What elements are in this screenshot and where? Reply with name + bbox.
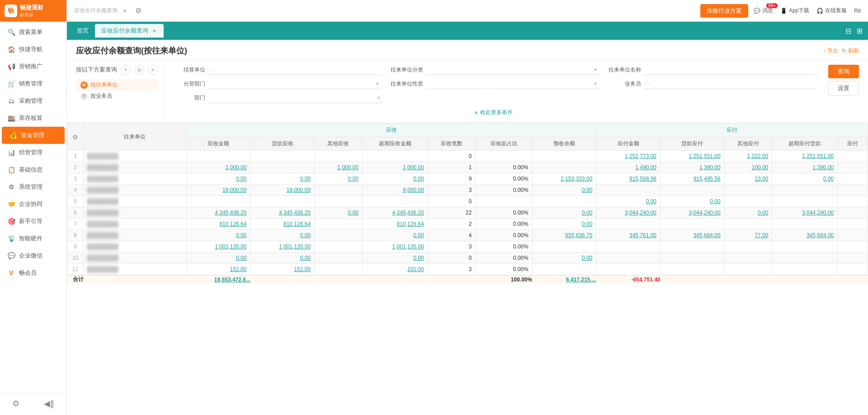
ap_amount-cell[interactable]: 1,252,773.00	[596, 151, 660, 162]
tab-expand-btn[interactable]: ⊞	[855, 25, 864, 37]
ar_prepay-cell[interactable]: 655,636.75	[532, 230, 596, 241]
unit-category-select[interactable]: ▾	[426, 65, 599, 75]
ar_prepay-cell[interactable]: 0.00	[532, 253, 596, 264]
ap_other-cell[interactable]: 0.00	[724, 207, 772, 219]
ap_overdue-cell[interactable]: 0.00	[772, 173, 838, 185]
tab-close-btn[interactable]: ✕	[151, 28, 157, 34]
ap_amount-cell[interactable]: 345,761.00	[596, 230, 660, 241]
ar_prepay-cell[interactable]: 0.00	[532, 219, 596, 230]
sidebar-item-purchase[interactable]: 🗂 采购管理	[0, 92, 66, 110]
ar_overdue-cell[interactable]: 101.00	[362, 264, 428, 276]
ar_loan-cell[interactable]: 1,001,135.00	[250, 241, 315, 253]
ap_loan-cell[interactable]: 915,495.56	[660, 173, 725, 185]
sidebar-item-finance[interactable]: 💰 资金管理	[2, 127, 65, 144]
collapse-bar[interactable]: ∧ 收起更多条件	[169, 107, 817, 118]
table-settings-icon[interactable]: ⚙	[72, 134, 78, 141]
ar_amount-cell[interactable]: 152.00	[186, 264, 250, 276]
ap_amount-cell[interactable]: 3,044,240.00	[596, 207, 660, 219]
ar_loan-cell[interactable]: 18,000.00	[250, 185, 315, 196]
unit-nature-select[interactable]: ▾	[426, 79, 599, 89]
ar_amount-cell[interactable]: 18,000.00	[186, 185, 250, 196]
salesperson-select[interactable]: ···	[644, 79, 817, 89]
ar_overdue-cell[interactable]: 9,000.00	[362, 185, 428, 196]
sidebar-item-guide[interactable]: 🎯 新手引导	[0, 213, 66, 230]
ap_loan-cell[interactable]: 1,390.00	[660, 162, 725, 173]
dept-select[interactable]: ▾	[208, 93, 383, 103]
ap_overdue-cell[interactable]: 1,390.00	[772, 162, 838, 173]
ap_loan-cell[interactable]: 1,251,551.00	[660, 151, 725, 162]
message-btn[interactable]: 💬 消息 99+	[754, 7, 773, 14]
sidebar-item-member[interactable]: V 畅会员	[0, 264, 66, 281]
settlement-unit-select[interactable]: ···	[208, 65, 382, 75]
ar_overdue-cell[interactable]: 1,000.00	[362, 162, 428, 173]
tab-ar-ap[interactable]: 应收应付余额查询 ✕	[95, 24, 164, 38]
ap_amount-cell[interactable]: 1,490.00	[596, 162, 660, 173]
nav-dropdown-btn[interactable]: ▾	[120, 6, 129, 15]
ap_other-cell[interactable]: 100.00	[724, 162, 772, 173]
ar_amount-cell[interactable]: 0.00	[186, 173, 250, 185]
sidebar-item-sales[interactable]: 🛒 销售管理	[0, 75, 66, 92]
ar_other-cell[interactable]: 0.00	[315, 173, 363, 185]
ap_loan-cell[interactable]: 0.00	[660, 196, 725, 207]
ap_loan-cell[interactable]: 3,044,240.00	[660, 207, 725, 219]
ar_overdue-cell[interactable]: 4,345,436.20	[362, 207, 428, 219]
ar_prepay-cell[interactable]: 0.00	[532, 207, 596, 219]
sidebar-item-enterprise[interactable]: 🤝 企业协同	[0, 196, 66, 213]
ap_amount-cell[interactable]: 0.00	[596, 196, 660, 207]
ar_overdue-cell[interactable]: 810,126.64	[362, 219, 428, 230]
ar_amount-cell[interactable]: 0.00	[186, 253, 250, 264]
collapse-scheme-btn[interactable]: «	[148, 65, 158, 75]
footer-ar-prepay[interactable]: 6,417,215....	[532, 275, 596, 283]
sidebar-item-search[interactable]: 🔍 搜索菜单	[0, 24, 66, 41]
dept-in-charge-select[interactable]: ▾	[208, 79, 382, 89]
ar_prepay-cell[interactable]: 0.00	[532, 185, 596, 196]
set-button[interactable]: 设置	[828, 81, 859, 95]
ap_overdue-cell[interactable]: 345,684.00	[772, 230, 838, 241]
footer-ar-amount[interactable]: 19,553,472,6...	[186, 275, 250, 283]
ap_amount-cell[interactable]: 915,508.56	[596, 173, 660, 185]
user-profile[interactable]: Rit	[854, 8, 861, 14]
ar_other-cell[interactable]: 1,000.00	[315, 162, 363, 173]
ar_overdue-cell[interactable]: 0.00	[362, 230, 428, 241]
sidebar-item-basic[interactable]: 📋 基础信息	[0, 161, 66, 178]
sidebar-item-wechat[interactable]: 💬 企业微信	[0, 247, 66, 264]
settings-bottom-btn[interactable]: ⚙	[8, 396, 24, 411]
ar_overdue-cell[interactable]: 1,001,135.00	[362, 241, 428, 253]
ar_prepay-cell[interactable]: 2,153,333.00	[532, 173, 596, 185]
refresh-btn[interactable]: ↻ 刷新	[842, 47, 859, 55]
ar_amount-cell[interactable]: 4,345,436.20	[186, 207, 250, 219]
ar_loan-cell[interactable]: 4,345,436.20	[250, 207, 315, 219]
ar_amount-cell[interactable]: 810,126.64	[186, 219, 250, 230]
ar_other-cell[interactable]: 0.00	[315, 207, 363, 219]
ar_amount-cell[interactable]: 0.00	[186, 230, 250, 241]
ap_other-cell[interactable]: 77.00	[724, 230, 772, 241]
sidebar-item-quick-nav[interactable]: 🏠 快捷导航	[0, 41, 66, 58]
collapse-bottom-btn[interactable]: ◀‖	[39, 396, 59, 411]
ar_loan-cell[interactable]: 0.00	[250, 173, 315, 185]
ar_loan-cell[interactable]: 0.00	[250, 230, 315, 241]
ar_overdue-cell[interactable]: 0.00	[362, 253, 428, 264]
online-service-btn[interactable]: 🎧 在线客服	[816, 7, 847, 14]
sidebar-item-hardware[interactable]: 📡 智能硬件	[0, 230, 66, 247]
sidebar-item-marketing[interactable]: 📢 营销推广	[0, 58, 66, 75]
sidebar-item-system[interactable]: ⚙ 系统管理	[0, 178, 66, 196]
ar_amount-cell[interactable]: 1,001,135.00	[186, 241, 250, 253]
ar_amount-cell[interactable]: 1,000.00	[186, 162, 250, 173]
ar_loan-cell[interactable]: 0.00	[250, 253, 315, 264]
query-button[interactable]: 查询	[828, 65, 859, 78]
app-download-btn[interactable]: 📱 App下载	[780, 7, 809, 14]
edit-scheme-btn[interactable]: ◎	[134, 65, 144, 75]
ap_other-cell[interactable]: 1,222.00	[724, 151, 772, 162]
ar_loan-cell[interactable]: 152.00	[250, 264, 315, 276]
tab-minimize-btn[interactable]: ⊟	[844, 25, 853, 37]
unit-name-input[interactable]	[644, 65, 817, 75]
ap_overdue-cell[interactable]: 1,251,551.00	[772, 151, 838, 162]
settings-btn[interactable]: ⚙	[132, 5, 145, 17]
sidebar-item-operation[interactable]: 📊 经营管理	[0, 144, 66, 161]
ap_other-cell[interactable]: 13.00	[724, 173, 772, 185]
ap_overdue-cell[interactable]: 3,044,240.00	[772, 207, 838, 219]
promo-button[interactable]: 体验行业方案	[700, 4, 748, 18]
export-btn[interactable]: ↑ 导出	[823, 47, 838, 55]
sidebar-item-warehouse[interactable]: 🏬 库存核算	[0, 110, 66, 127]
tab-home[interactable]: 首页	[71, 24, 95, 38]
